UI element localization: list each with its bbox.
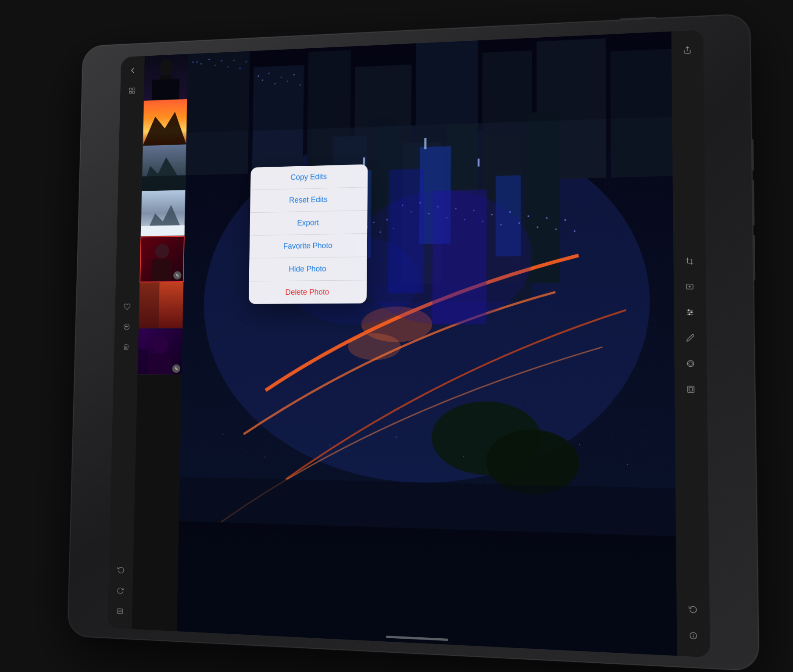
svg-rect-112 [264,457,265,458]
mask-icon[interactable] [680,354,701,374]
svg-rect-123 [187,32,672,133]
undo-icon[interactable] [112,560,130,579]
svg-rect-118 [432,189,486,324]
svg-point-68 [348,333,401,360]
hide-photo-menu-item[interactable]: Hide Photo [249,257,367,282]
grid-icon[interactable] [123,81,141,100]
comment-icon[interactable] [118,318,136,336]
svg-rect-14 [152,79,180,100]
adjust-icon[interactable] [679,302,700,322]
svg-point-6 [126,326,127,327]
draw-icon[interactable] [680,328,701,348]
layers-icon[interactable] [111,601,129,621]
tablet: ✎ [67,14,759,672]
thumbnail-item[interactable] [139,282,184,329]
redo-icon[interactable] [111,580,129,600]
svg-rect-1 [133,88,135,90]
svg-rect-124 [177,521,677,656]
main-content: Copy Edits Reset Edits Export Favorite P… [177,32,677,656]
thumbnail-item[interactable] [144,54,189,101]
svg-rect-104 [564,219,566,221]
text-overlay-icon[interactable] [679,276,700,297]
svg-rect-103 [555,229,557,230]
tablet-body: ✎ [67,14,759,672]
context-menu: Copy Edits Reset Edits Export Favorite P… [249,164,368,304]
main-photo [177,32,677,656]
svg-rect-102 [546,218,547,219]
svg-rect-135 [688,386,694,393]
svg-point-132 [689,314,690,315]
reset-edits-menu-item[interactable]: Reset Edits [250,187,368,213]
svg-rect-111 [222,434,223,435]
export-menu-item[interactable]: Export [250,211,367,236]
tablet-screen: ✎ [107,30,710,658]
svg-rect-31 [138,349,148,374]
svg-rect-114 [396,436,396,437]
svg-rect-113 [329,444,330,445]
svg-rect-19 [142,175,186,191]
svg-rect-8 [117,609,123,614]
thumbnail-item-selected[interactable]: ✎ [139,236,185,282]
svg-rect-122 [478,159,479,167]
svg-rect-119 [388,169,424,293]
heart-icon[interactable] [118,297,136,316]
svg-rect-22 [141,225,185,236]
frame-icon[interactable] [680,379,701,400]
svg-rect-25 [152,259,171,282]
svg-rect-3 [132,91,135,93]
thumbnail-item[interactable] [143,99,187,146]
svg-point-7 [128,326,128,327]
svg-rect-30 [148,354,172,375]
delete-photo-menu-item[interactable]: Delete Photo [249,280,367,304]
info-icon[interactable] [682,625,704,647]
svg-rect-100 [528,215,529,217]
right-toolbar [672,30,710,658]
thumbnail-item[interactable] [141,190,186,236]
svg-rect-115 [463,456,464,457]
svg-rect-105 [574,230,575,232]
svg-point-133 [687,361,694,367]
thumbnail-item[interactable] [142,144,186,191]
trash-icon[interactable] [117,338,135,356]
svg-rect-117 [627,464,628,465]
svg-rect-101 [537,226,538,228]
thumbnail-item[interactable]: ✎ [137,329,182,375]
svg-point-130 [688,309,689,311]
svg-point-5 [125,326,125,327]
history-icon[interactable] [682,598,704,620]
svg-rect-27 [139,282,159,328]
svg-rect-2 [129,91,132,93]
svg-rect-121 [424,138,426,149]
copy-edits-menu-item[interactable]: Copy Edits [250,164,368,190]
svg-point-134 [689,362,692,365]
svg-rect-116 [579,444,580,445]
svg-point-131 [691,311,692,313]
share-icon[interactable] [677,40,698,61]
svg-rect-136 [689,388,693,391]
favorite-photo-menu-item[interactable]: Favorite Photo [249,234,367,258]
svg-rect-0 [129,88,132,90]
crop-icon[interactable] [679,251,700,271]
back-button[interactable] [125,63,140,78]
